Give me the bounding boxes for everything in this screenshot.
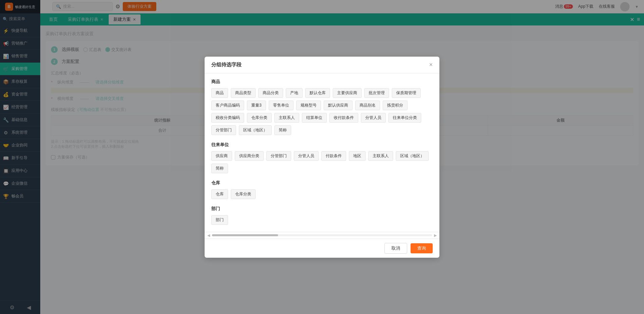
field-tag[interactable]: 仓库 — [211, 189, 228, 199]
h-scroll-thumb — [212, 234, 278, 236]
field-tags-商品: 商品商品类型商品分类产地默认仓库主要供应商批次管理保质期管理客户商品编码重量3零… — [211, 88, 433, 135]
field-tag[interactable]: 简称 — [211, 164, 228, 173]
field-tag[interactable]: 保质期管理 — [392, 88, 421, 98]
field-tag[interactable]: 主联系人 — [368, 151, 393, 161]
field-group-title-仓库: 仓库 — [211, 180, 433, 186]
field-tag[interactable]: 商品 — [211, 88, 228, 98]
field-group-往来单位: 往来单位供应商供应商分类分管部门分管人员付款条件地区主联系人区域（地区）简称 — [211, 142, 433, 173]
field-tag[interactable]: 商品别名 — [355, 101, 380, 110]
h-scroll-track[interactable] — [212, 234, 432, 236]
field-tag[interactable]: 产地 — [286, 88, 303, 98]
field-group-部门: 部门部门 — [211, 206, 433, 225]
modal-footer: 取消 查询 — [205, 239, 439, 258]
field-tag[interactable]: 分管人员 — [361, 113, 386, 123]
modal-title: 分组待选字段 — [211, 62, 241, 68]
field-tag[interactable]: 收付款条件 — [329, 113, 358, 123]
field-tag[interactable]: 主联系人 — [274, 113, 299, 123]
field-tag[interactable]: 零售单位 — [269, 101, 293, 110]
field-group-仓库: 仓库仓库仓库分类 — [211, 180, 433, 199]
field-tag[interactable]: 仓库分类 — [247, 113, 272, 123]
scroll-left-arrow[interactable]: ◀ — [206, 233, 211, 238]
modal-scroll-indicator: ◀ ▶ — [205, 232, 439, 239]
modal-header: 分组待选字段 × — [205, 57, 439, 73]
field-tag[interactable]: 重量3 — [247, 101, 266, 110]
field-tag[interactable]: 往来单位分类 — [388, 113, 421, 123]
field-tag[interactable]: 税收分类编码 — [211, 113, 244, 123]
field-tag[interactable]: 部门 — [211, 215, 228, 225]
field-tag[interactable]: 供应商 — [211, 151, 232, 161]
scroll-right-arrow[interactable]: ▶ — [433, 233, 438, 238]
field-tag[interactable]: 拣货积分 — [383, 101, 408, 110]
field-group-title-部门: 部门 — [211, 206, 433, 212]
cancel-button[interactable]: 取消 — [384, 243, 407, 254]
field-tag[interactable]: 区域（地区） — [396, 151, 429, 161]
modal-close-btn[interactable]: × — [429, 61, 433, 68]
modal-body[interactable]: 商品商品商品类型商品分类产地默认仓库主要供应商批次管理保质期管理客户商品编码重量… — [205, 73, 439, 232]
field-tag[interactable]: 批次管理 — [364, 88, 389, 98]
field-group-商品: 商品商品商品类型商品分类产地默认仓库主要供应商批次管理保质期管理客户商品编码重量… — [211, 79, 433, 135]
field-tag[interactable]: 地区 — [349, 151, 366, 161]
field-tag[interactable]: 分管人员 — [294, 151, 319, 161]
field-tag[interactable]: 规格型号 — [296, 101, 321, 110]
field-tag[interactable]: 简称 — [274, 125, 291, 135]
field-tag[interactable]: 分管部门 — [211, 125, 236, 135]
field-tag[interactable]: 默认供应商 — [324, 101, 353, 110]
field-tag[interactable]: 商品分类 — [258, 88, 283, 98]
field-group-title-商品: 商品 — [211, 79, 433, 85]
field-tag[interactable]: 仓库分类 — [231, 189, 256, 199]
field-tag[interactable]: 客户商品编码 — [211, 101, 244, 110]
field-select-modal: 分组待选字段 × 商品商品商品类型商品分类产地默认仓库主要供应商批次管理保质期管… — [205, 57, 439, 258]
field-tag[interactable]: 付款条件 — [321, 151, 346, 161]
field-tags-往来单位: 供应商供应商分类分管部门分管人员付款条件地区主联系人区域（地区）简称 — [211, 151, 433, 173]
field-tags-仓库: 仓库仓库分类 — [211, 189, 433, 199]
field-tag[interactable]: 结算单位 — [302, 113, 327, 123]
field-tag[interactable]: 区域（地区） — [239, 125, 272, 135]
field-tag[interactable]: 默认仓库 — [305, 88, 330, 98]
field-tag[interactable]: 供应商分类 — [235, 151, 264, 161]
field-tag[interactable]: 商品类型 — [231, 88, 256, 98]
field-tag[interactable]: 主要供应商 — [333, 88, 362, 98]
field-tag[interactable]: 分管部门 — [266, 151, 291, 161]
field-group-title-往来单位: 往来单位 — [211, 142, 433, 148]
field-tags-部门: 部门 — [211, 215, 433, 225]
modal-overlay: 分组待选字段 × 商品商品商品类型商品分类产地默认仓库主要供应商批次管理保质期管… — [0, 0, 644, 314]
confirm-button[interactable]: 查询 — [411, 243, 433, 253]
